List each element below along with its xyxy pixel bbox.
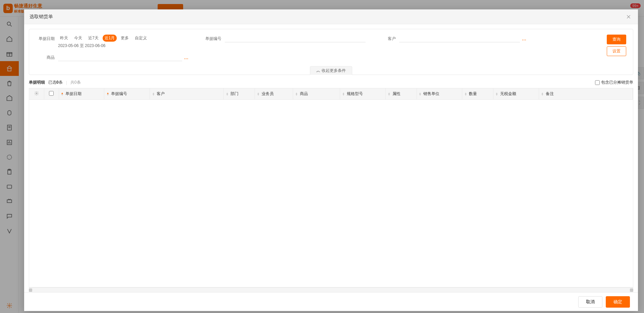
filter-date-label: 单据日期 bbox=[36, 35, 55, 42]
settings-button[interactable]: 设置 bbox=[607, 46, 626, 56]
filter-actions: 查询 设置 bbox=[607, 35, 626, 56]
docno-input[interactable] bbox=[225, 35, 366, 42]
col-dept[interactable]: ▲▼部门 bbox=[224, 88, 255, 100]
col-settings[interactable] bbox=[29, 88, 44, 100]
date-quick-picks: 昨天 今天 近7天 近1月 更多 自定义 bbox=[58, 35, 149, 42]
horizontal-scrollbar[interactable] bbox=[29, 287, 633, 292]
filter-customer-label: 客户 bbox=[382, 35, 396, 42]
select-all-checkbox[interactable] bbox=[49, 91, 54, 96]
modal-header: 选取销货单 bbox=[24, 9, 638, 24]
scroll-left-icon bbox=[29, 288, 32, 292]
col-qty[interactable]: ▲▼数量 bbox=[462, 88, 493, 100]
date-joiner: 至 bbox=[80, 43, 84, 48]
col-product[interactable]: ▲▼商品 bbox=[293, 88, 340, 100]
quick-yesterday[interactable]: 昨天 bbox=[58, 35, 70, 42]
filter-product-group: 商品 ··· bbox=[45, 53, 189, 61]
close-button[interactable] bbox=[625, 13, 633, 21]
date-from: 2023-05-06 bbox=[58, 43, 78, 48]
quick-last1month[interactable]: 近1月 bbox=[103, 35, 117, 42]
confirm-button[interactable]: 确定 bbox=[606, 296, 630, 308]
total-count: 共0条 bbox=[70, 80, 81, 85]
select-sales-order-modal: 选取销货单 单据日期 昨天 今天 近7天 近1月 更多 bbox=[24, 9, 638, 311]
col-amount[interactable]: ▲▼无税金额 bbox=[493, 88, 539, 100]
filter-docno-group: 单据编号 bbox=[203, 35, 366, 42]
col-remark[interactable]: ▲▼备注 bbox=[539, 88, 633, 100]
include-split-text: 包含已分摊销货单 bbox=[601, 80, 633, 85]
filter-docno-label: 单据编号 bbox=[203, 35, 221, 42]
col-checkbox bbox=[44, 88, 59, 100]
filter-product-label: 商品 bbox=[45, 53, 55, 60]
table-container: ▲▼单据日期 ▲▼单据编号 ▲▼客户 ▲▼部门 ▲▼业务员 ▲▼商品 ▲▼规格型… bbox=[29, 88, 633, 287]
gear-icon bbox=[34, 91, 39, 96]
list-title: 单据明细 bbox=[29, 80, 45, 85]
modal-footer: 取消 确定 bbox=[24, 292, 638, 311]
quick-last7[interactable]: 近7天 bbox=[86, 35, 101, 42]
quick-more[interactable]: 更多 bbox=[119, 35, 131, 42]
filter-customer-group: 客户 ··· bbox=[382, 35, 526, 42]
customer-input[interactable] bbox=[399, 35, 520, 42]
quick-today[interactable]: 今天 bbox=[72, 35, 84, 42]
col-unit[interactable]: ▲▼销售单位 bbox=[417, 88, 462, 100]
list-header: 单据明细 已选0条 | 共0条 包含已分摊销货单 bbox=[29, 80, 633, 85]
collapse-conditions-button[interactable]: ︽ 收起更多条件 bbox=[310, 66, 352, 75]
col-customer[interactable]: ▲▼客户 bbox=[150, 88, 224, 100]
include-split-checkbox-label[interactable]: 包含已分摊销货单 bbox=[595, 80, 633, 85]
product-input[interactable] bbox=[58, 53, 182, 61]
scroll-right-icon bbox=[630, 288, 633, 292]
modal-body: 单据日期 昨天 今天 近7天 近1月 更多 自定义 2023-05-06 至 bbox=[24, 24, 638, 292]
date-to: 2023-06-06 bbox=[85, 43, 105, 48]
col-docno[interactable]: ▲▼单据编号 bbox=[104, 88, 150, 100]
customer-picker-icon[interactable]: ··· bbox=[522, 38, 526, 42]
results-table: ▲▼单据日期 ▲▼单据编号 ▲▼客户 ▲▼部门 ▲▼业务员 ▲▼商品 ▲▼规格型… bbox=[29, 88, 633, 100]
quick-custom[interactable]: 自定义 bbox=[133, 35, 149, 42]
chevron-up-icon: ︽ bbox=[316, 68, 320, 74]
col-attr[interactable]: ▲▼属性 bbox=[386, 88, 417, 100]
col-date[interactable]: ▲▼单据日期 bbox=[59, 88, 104, 100]
svg-point-20 bbox=[36, 93, 37, 94]
selected-count: 已选0条 bbox=[48, 80, 63, 85]
filter-date-group: 单据日期 昨天 今天 近7天 近1月 更多 自定义 2023-05-06 至 bbox=[36, 35, 149, 49]
col-salesperson[interactable]: ▲▼业务员 bbox=[255, 88, 293, 100]
product-picker-icon[interactable]: ··· bbox=[184, 56, 189, 61]
cancel-button[interactable]: 取消 bbox=[578, 296, 602, 308]
include-split-checkbox[interactable] bbox=[595, 80, 600, 85]
modal-title: 选取销货单 bbox=[30, 14, 53, 20]
collapse-label: 收起更多条件 bbox=[322, 68, 346, 74]
filter-panel: 单据日期 昨天 今天 近7天 近1月 更多 自定义 2023-05-06 至 bbox=[29, 29, 633, 75]
close-icon bbox=[626, 14, 631, 19]
col-spec[interactable]: ▲▼规格型号 bbox=[340, 88, 386, 100]
query-button[interactable]: 查询 bbox=[607, 35, 626, 44]
date-range-display: 2023-05-06 至 2023-06-06 bbox=[58, 43, 149, 49]
